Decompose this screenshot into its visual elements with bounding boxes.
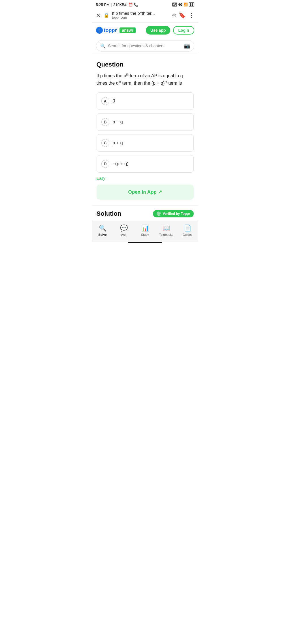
page-title: If p times the p^th ter... — [112, 11, 170, 16]
option-b-text: p − q — [113, 119, 123, 125]
camera-icon[interactable]: 📷 — [184, 43, 190, 49]
option-d-letter: D — [101, 160, 109, 168]
solution-label: Solution — [97, 210, 121, 217]
main-content: Question If p times the pth term of an A… — [92, 56, 198, 200]
use-app-button[interactable]: Use app — [146, 26, 170, 35]
status-bar: 5:25 PM | 219KB/s ⏰ 📞 Vo 4G 📶 83 — [92, 0, 198, 8]
solution-section: Solution Verified by Toppr — [92, 205, 198, 221]
solve-icon: 🔍 — [99, 224, 106, 232]
nav-title-block: If p times the p^th ter... toppr.com — [112, 11, 170, 20]
lock-icon: 🔒 — [104, 12, 109, 18]
option-a[interactable]: A 0 — [97, 92, 194, 110]
solve-label: Solve — [98, 233, 106, 236]
close-icon[interactable]: ✕ — [96, 12, 101, 19]
option-a-text: 0 — [113, 99, 115, 104]
bookmark-icon[interactable]: 🔖 — [179, 12, 186, 19]
study-label: Study — [141, 233, 149, 236]
option-c-text: p + q — [113, 140, 123, 146]
toppr-logo-text: toppr — [104, 27, 117, 33]
open-in-app-button[interactable]: Open in App ↗ — [97, 185, 194, 200]
share-icon[interactable]: ⎋ — [172, 12, 176, 18]
option-b[interactable]: B p − q — [97, 113, 194, 131]
nav-item-solve[interactable]: 🔍 Solve — [92, 223, 113, 238]
question-text: If p times the pth term of an AP is equa… — [97, 72, 194, 87]
option-c[interactable]: C p + q — [97, 134, 194, 152]
nav-item-guides[interactable]: 📄 Guides — [177, 223, 198, 238]
option-a-letter: A — [101, 97, 109, 105]
nav-item-study[interactable]: 📊 Study — [135, 223, 156, 238]
page-subtitle: toppr.com — [112, 16, 170, 20]
search-bar[interactable]: 🔍 📷 — [96, 40, 194, 52]
lte-icon: Vo — [172, 3, 177, 7]
battery-display: 83 — [189, 2, 194, 7]
ask-label: Ask — [121, 233, 126, 236]
app-bar: ↑ toppr answr Use app Login — [92, 23, 198, 38]
textbooks-icon: 📖 — [163, 224, 170, 232]
nav-item-ask[interactable]: 💬 Ask — [113, 223, 135, 238]
status-right: Vo 4G 📶 83 — [172, 2, 194, 7]
question-label: Question — [97, 61, 194, 68]
bottom-nav: 🔍 Solve 💬 Ask 📊 Study 📖 Textbooks 📄 Guid… — [92, 221, 198, 242]
divider — [92, 54, 198, 54]
ask-icon: 💬 — [120, 224, 128, 232]
option-d-text: −(p + q) — [113, 161, 129, 166]
signal-bars: 📶 — [184, 3, 188, 7]
network-type: 4G — [178, 3, 183, 6]
status-time: 5:25 PM — [96, 3, 110, 7]
toppr-arrow-icon: ↑ — [96, 27, 103, 34]
search-input[interactable] — [108, 44, 182, 48]
study-icon: 📊 — [141, 224, 149, 232]
guides-label: Guides — [183, 233, 193, 236]
toppr-logo: ↑ toppr — [96, 27, 117, 34]
nav-item-textbooks[interactable]: 📖 Textbooks — [156, 223, 177, 238]
search-icon: 🔍 — [100, 43, 106, 49]
option-b-letter: B — [101, 118, 109, 126]
guides-icon: 📄 — [184, 224, 191, 232]
verified-badge: Verified by Toppr — [153, 210, 193, 217]
home-indicator — [128, 242, 162, 243]
top-nav: ✕ 🔒 If p times the p^th ter... toppr.com… — [92, 8, 198, 23]
status-network: | 219KB/s ⏰ 📞 — [111, 3, 138, 7]
answr-badge: answr — [120, 27, 135, 33]
login-button[interactable]: Login — [173, 26, 194, 35]
option-c-letter: C — [101, 139, 109, 147]
shield-icon — [156, 211, 161, 216]
option-d[interactable]: D −(p + q) — [97, 155, 194, 173]
difficulty-label: Easy — [97, 176, 194, 181]
more-options-icon[interactable]: ⋮ — [189, 12, 194, 19]
textbooks-label: Textbooks — [159, 233, 173, 236]
